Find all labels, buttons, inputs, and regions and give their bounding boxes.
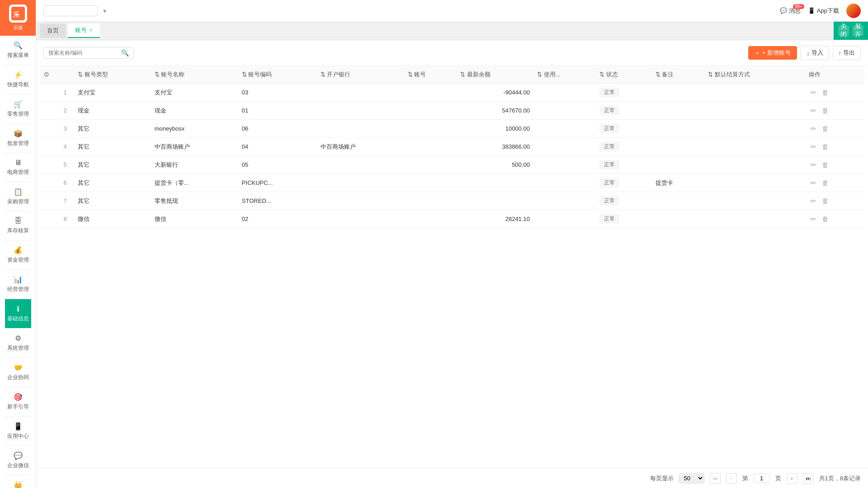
user-avatar[interactable] <box>846 4 861 18</box>
delete-button-7[interactable]: 🗑 <box>820 214 830 224</box>
tab-close-account[interactable]: × <box>90 27 93 33</box>
sidebar-label-retail-mgmt: 零售管理 <box>7 110 29 118</box>
accounts-table: ⚙⇅ 账号类型⇅ 账号名称⇅ 账号编码⇅ 开户银行⇅ 账号⇅ 最新余额⇅ 使用.… <box>40 66 864 228</box>
row-type-5: 其它 <box>74 174 151 192</box>
tab-account[interactable]: 账号× <box>68 23 100 38</box>
row-account-5 <box>404 174 457 192</box>
export-button[interactable]: ↑ 导出 <box>833 46 861 60</box>
delete-button-2[interactable]: 🗑 <box>820 124 830 133</box>
table-row: 8 微信 微信 02 28241.10 正常 ✏ 🗑 <box>40 210 864 228</box>
row-status-0: 正常 <box>596 84 651 102</box>
sidebar-item-wholesale-mgmt[interactable]: 📦批发管理 <box>5 124 31 153</box>
row-balance-4: 500.00 <box>457 156 533 174</box>
quick-nav-icon: ⚡ <box>14 70 23 79</box>
sort-icon-type: ⇅ <box>78 71 83 78</box>
col-header-balance[interactable]: ⇅ 最新余额 <box>457 66 533 84</box>
sort-icon-balance: ⇅ <box>460 71 465 78</box>
delete-button-5[interactable]: 🗑 <box>820 178 830 188</box>
sidebar-label-basic-info: 基础信息 <box>7 315 29 323</box>
notification-button[interactable]: 💬 消息 99+ <box>780 7 801 15</box>
col-header-type[interactable]: ⇅ 账号类型 <box>74 66 151 84</box>
sidebar-item-app-center[interactable]: 📱应用中心 <box>5 417 31 446</box>
basic-info-icon: ℹ <box>17 305 19 313</box>
sidebar-item-enterprise-wechat[interactable]: 💬企业微信 <box>5 446 31 475</box>
row-num-1: 2 <box>56 102 74 120</box>
delete-button-0[interactable]: 🗑 <box>820 88 830 97</box>
col-header-status[interactable]: ⇅ 状态 <box>596 66 651 84</box>
edit-button-1[interactable]: ✏ <box>809 106 818 115</box>
row-num-7: 8 <box>56 210 74 228</box>
sidebar-item-retail-mgmt[interactable]: 🛒零售管理 <box>5 94 31 124</box>
sidebar-item-system-mgmt[interactable]: ⚙系统管理 <box>5 328 31 358</box>
row-account-1 <box>404 102 457 120</box>
edit-button-0[interactable]: ✏ <box>809 88 818 97</box>
edit-button-3[interactable]: ✏ <box>809 142 818 151</box>
toolbar-right: ＋ + 新增账号 ↓ 导入 ↑ 导出 <box>748 46 861 60</box>
row-code-7: 02 <box>238 210 317 228</box>
edit-button-4[interactable]: ✏ <box>809 160 818 169</box>
add-icon: ＋ <box>755 49 760 57</box>
page-number-input[interactable] <box>754 474 770 483</box>
next-page-button[interactable]: › <box>787 473 797 484</box>
edit-button-6[interactable]: ✏ <box>809 196 818 206</box>
sidebar-item-search-menu[interactable]: 🔍搜索菜单 <box>5 36 31 65</box>
sidebar-item-enterprise-agreement[interactable]: 🤝企业协同 <box>5 358 31 387</box>
row-actions-5: ✏ 🗑 <box>805 174 864 192</box>
col-header-settlement[interactable]: ⇅ 默认结算方式 <box>704 66 805 84</box>
col-header-note[interactable]: ⇅ 备注 <box>652 66 704 84</box>
row-num-4: 5 <box>56 156 74 174</box>
page-size-select[interactable]: 50 20 100 <box>679 473 704 483</box>
row-usage-1 <box>533 102 596 120</box>
col-header-name[interactable]: ⇅ 账号名称 <box>151 66 238 84</box>
table-row: 1 支付宝 支付宝 03 -90444.00 正常 ✏ 🗑 <box>40 84 864 102</box>
delete-button-1[interactable]: 🗑 <box>820 106 830 115</box>
app-download-button[interactable]: 📱 App下载 <box>808 7 839 15</box>
row-name-4: 大新银行 <box>151 156 238 174</box>
col-header-bank[interactable]: ⇅ 开户银行 <box>317 66 404 84</box>
sort-icon-account: ⇅ <box>408 71 413 78</box>
col-header-usage[interactable]: ⇅ 使用... <box>533 66 596 84</box>
edit-button-7[interactable]: ✏ <box>809 214 818 224</box>
row-actions-4: ✏ 🗑 <box>805 156 864 174</box>
import-button[interactable]: ↓ 导入 <box>801 46 829 60</box>
add-account-button[interactable]: ＋ + 新增账号 <box>748 46 797 60</box>
col-header-code[interactable]: ⇅ 账号编码 <box>238 66 317 84</box>
import-icon: ↓ <box>807 50 810 56</box>
sidebar-item-inventory-calc[interactable]: 🗄库存核算 <box>5 211 31 240</box>
search-box[interactable]: 🔍 <box>43 47 134 59</box>
row-balance-0: -90444.00 <box>457 84 533 102</box>
edit-button-2[interactable]: ✏ <box>809 124 818 133</box>
first-page-button[interactable]: ⏮ <box>710 473 721 484</box>
sidebar-item-operation-mgmt[interactable]: 📊经营管理 <box>5 270 31 299</box>
search-icon: 🔍 <box>121 49 129 56</box>
total-records-label: 共1页，8条记录 <box>819 474 861 483</box>
dropdown-icon[interactable]: ▾ <box>103 7 106 14</box>
delete-button-3[interactable]: 🗑 <box>820 142 830 151</box>
search-input[interactable] <box>48 50 118 56</box>
top-search-input[interactable] <box>43 5 98 16</box>
tab-home[interactable]: 首页 <box>40 23 66 38</box>
sidebar-item-member[interactable]: 👑畅会员 <box>5 475 31 488</box>
sidebar-item-ecommerce-mgmt[interactable]: 🖥电商管理 <box>5 153 31 182</box>
row-balance-5 <box>457 174 533 192</box>
edit-button-5[interactable]: ✏ <box>809 178 818 188</box>
col-header-account[interactable]: ⇅ 账号 <box>404 66 457 84</box>
sidebar-label-enterprise-wechat: 企业微信 <box>7 462 29 469</box>
close-window-button[interactable]: 关闭 <box>838 25 849 36</box>
prev-page-button[interactable]: ‹ <box>726 473 737 484</box>
sidebar-label-ecommerce-mgmt: 电商管理 <box>7 169 29 176</box>
sort-icon-usage: ⇅ <box>537 71 542 78</box>
row-status-1: 正常 <box>596 102 651 120</box>
delete-button-6[interactable]: 🗑 <box>820 196 830 206</box>
last-page-button[interactable]: ⏭ <box>803 473 814 484</box>
sidebar-item-quick-nav[interactable]: ⚡快捷导航 <box>5 65 31 94</box>
settings-gear-icon[interactable]: ⚙ <box>43 70 49 78</box>
sidebar-item-beginner-guide[interactable]: 🎯新手引导 <box>5 387 31 417</box>
sidebar-item-finance-mgmt[interactable]: 💰资金管理 <box>5 240 31 270</box>
sidebar-item-basic-info[interactable]: ℹ基础信息 <box>5 299 31 328</box>
delete-button-4[interactable]: 🗑 <box>820 160 830 169</box>
sidebar-item-purchase-mgmt[interactable]: 📋采购管理 <box>5 182 31 211</box>
expand-window-button[interactable]: 展开 <box>853 25 863 36</box>
app-download-label: App下载 <box>817 7 839 15</box>
sort-icon-bank: ⇅ <box>321 71 326 78</box>
